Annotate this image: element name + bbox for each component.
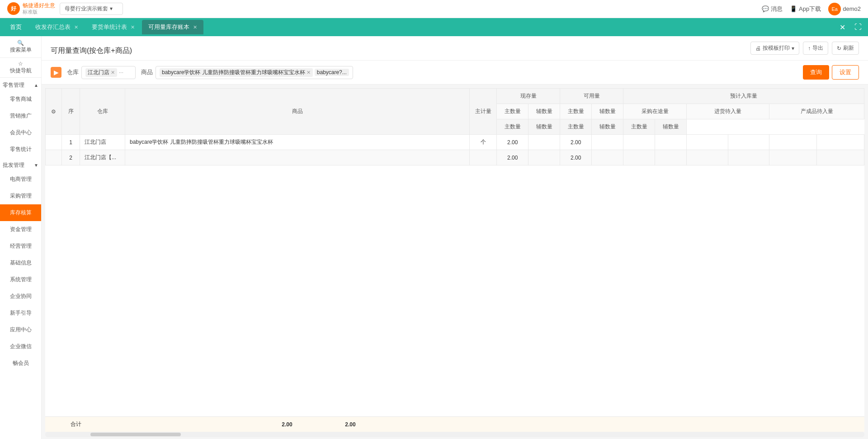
sidebar-search[interactable]: 🔍 搜索菜单 [0,36,41,58]
sidebar-item-purchase[interactable]: 采购管理 [0,188,41,204]
td-current-main-1: 2.00 [497,135,528,150]
td-settings-1 [46,135,62,150]
sidebar-item-system[interactable]: 系统管理 [0,271,41,288]
product-filter-label: 商品 [141,68,153,76]
print-icon: 🖨 [755,45,761,52]
sidebar-item-newuser[interactable]: 新手引导 [0,305,41,321]
td-avail-aux-2 [592,150,623,165]
tab-demand-stats[interactable]: 要货单统计表 ✕ [85,20,141,34]
table-footer: 合计 2.00 2.00 [45,416,864,432]
footer-avail-main: 2.00 [335,421,366,428]
th-product-pending: 产成品待入量 [769,104,864,119]
td-unit-1: 个 [470,135,497,150]
td-current-aux-1 [528,135,560,150]
th-current-main: 主数量 [497,104,528,119]
sidebar-item-inventory[interactable]: 库存核算 [0,204,41,221]
td-warehouse-1: 江北门店 [80,135,125,150]
sidebar-item-basics[interactable]: 基础信息 [0,255,41,271]
settings-button[interactable]: 设置 [832,65,859,80]
td-warehouse-2: 江北门店【... [80,150,125,165]
tab-close-demand-stats[interactable]: ✕ [131,24,135,30]
inventory-table: ⚙ 序 仓库 商品 主计量 现存量 可用量 预计入库量 主数量 辅数量 主数量 … [45,88,864,165]
warehouse-tag: 江北门店 ✕ [85,68,117,77]
template-print-button[interactable]: 🖨 按模板打印 ▾ [750,42,799,55]
sidebar-item-appcenter[interactable]: 应用中心 [0,321,41,338]
window-expand-button[interactable]: ⛶ [852,22,864,32]
td-avail-aux-1 [592,135,623,150]
warehouse-tag-close[interactable]: ✕ [111,70,115,76]
sidebar-item-member[interactable]: 畅会员 [0,355,41,372]
horizontal-scrollbar[interactable] [45,432,864,437]
th-product-main: 主数量 [623,119,655,135]
sidebar-item-wechat[interactable]: 企业微信 [0,338,41,355]
industry-select[interactable]: 母婴行业演示账套 ▾ [60,3,123,15]
chevron-down-icon: ▾ [110,5,113,12]
td-purchase-main-1 [623,135,655,150]
message-button[interactable]: 💬 消息 [762,5,783,13]
th-warehouse: 仓库 [80,89,125,135]
td-product-main-2 [769,150,817,165]
content-area: 可用量查询(按仓库+商品) 🖨 按模板打印 ▾ ↑ 导出 ↻ 刷新 ▶ [42,36,868,439]
sidebar-group-wholesale[interactable]: 批发管理 ▼ [0,158,41,171]
tab-close-available-ledger[interactable]: ✕ [193,24,197,30]
sidebar-item-finance[interactable]: 资金管理 [0,221,41,238]
sidebar-item-ecommerce[interactable]: 电商管理 [0,171,41,188]
table-container: ⚙ 序 仓库 商品 主计量 现存量 可用量 预计入库量 主数量 辅数量 主数量 … [45,88,864,416]
nav-icon: ☆ [0,61,41,67]
td-avail-main-2: 2.00 [560,150,592,165]
page-header: 可用量查询(按仓库+商品) 🖨 按模板打印 ▾ ↑ 导出 ↻ 刷新 [42,36,868,61]
sidebar-item-members[interactable]: 会员中心 [0,124,41,141]
table-row: 2 江北门店【... 2.00 2.00 [46,150,864,165]
sidebar-item-retail-stats[interactable]: 零售统计 [0,141,41,158]
avatar: Ea [828,3,841,15]
warehouse-filter-field: 仓库 江北门店 ✕ ··· [67,66,136,79]
footer-spacer [95,421,271,428]
tab-receive-summary[interactable]: 收发存汇总表 ✕ [29,20,85,34]
filter-area: ▶ 仓库 江北门店 ✕ ··· 商品 babycare学饮杯 儿童防摔防撞吸管杯… [42,61,868,85]
export-button[interactable]: ↑ 导出 [803,42,828,55]
app-download-button[interactable]: 📱 App下载 [790,5,821,13]
filter-toggle-button[interactable]: ▶ [51,67,61,78]
td-purchase-aux-1 [655,135,687,150]
scrollbar-thumb[interactable] [90,433,181,436]
footer-avail-aux [366,421,398,428]
filter-actions: 查询 设置 [803,65,859,80]
sidebar-item-retail-mall[interactable]: 零售商城 [0,91,41,108]
tab-available-ledger[interactable]: 可用量库存账本 ✕ [142,20,203,34]
sidebar-item-enterprise[interactable]: 企业协同 [0,288,41,305]
chevron-down-icon: ▼ [34,163,38,168]
tab-home[interactable]: 首页 [4,20,28,34]
th-avail-aux: 辅数量 [592,104,623,119]
td-product-1: babycare学饮杯 儿童防摔防撞吸管杯重力球吸嘴杯宝宝水杯 [125,135,470,150]
product-filter-field: 商品 babycare学饮杯 儿童防摔防撞吸管杯重力球吸嘴杯宝宝水杯 ✕ bab… [141,66,353,79]
td-settings-2 [46,150,62,165]
sidebar-group-retail[interactable]: 零售管理 ▲ [0,78,41,91]
tab-close-receive-summary[interactable]: ✕ [74,24,78,30]
query-button[interactable]: 查询 [803,65,829,80]
page-header-actions: 🖨 按模板打印 ▾ ↑ 导出 ↻ 刷新 [750,42,859,55]
warehouse-filter-input[interactable]: 江北门店 ✕ ··· [81,66,136,79]
product-filter-input[interactable]: babycare学饮杯 儿童防摔防撞吸管杯重力球吸嘴杯宝宝水杯 ✕ babyca… [156,66,353,79]
page-title: 可用量查询(按仓库+商品) [51,46,132,56]
td-product-aux-2 [817,150,864,165]
th-main-unit: 主计量 [470,89,497,135]
footer-label: 合计 [50,420,95,428]
td-incoming-main-2 [687,150,728,165]
sidebar: 🔍 搜索菜单 ☆ 快捷导航 零售管理 ▲ 零售商城 营销推广 会员中心 零售统计 [0,36,42,439]
main-layout: 🔍 搜索菜单 ☆ 快捷导航 零售管理 ▲ 零售商城 营销推广 会员中心 零售统计 [0,36,868,439]
sidebar-quick-nav[interactable]: ☆ 快捷导航 [0,58,41,78]
sidebar-item-marketing[interactable]: 营销推广 [0,108,41,124]
td-no-2: 2 [62,150,80,165]
refresh-button[interactable]: ↻ 刷新 [832,42,859,55]
search-icon: 🔍 [4,40,38,46]
product-tag-1-close[interactable]: ✕ [307,70,311,76]
window-close-button[interactable]: ✕ [837,22,848,33]
td-product-aux-1 [817,135,864,150]
chevron-up-icon: ▲ [34,83,38,88]
th-purchase-aux: 辅数量 [528,119,560,135]
td-current-main-2: 2.00 [497,150,528,165]
footer-values: 2.00 2.00 [95,421,860,428]
sidebar-section-retail: 零售管理 ▲ 零售商城 营销推广 会员中心 零售统计 [0,78,41,158]
sidebar-item-operations[interactable]: 经营管理 [0,238,41,255]
user-profile[interactable]: Ea demo2 [828,3,861,15]
